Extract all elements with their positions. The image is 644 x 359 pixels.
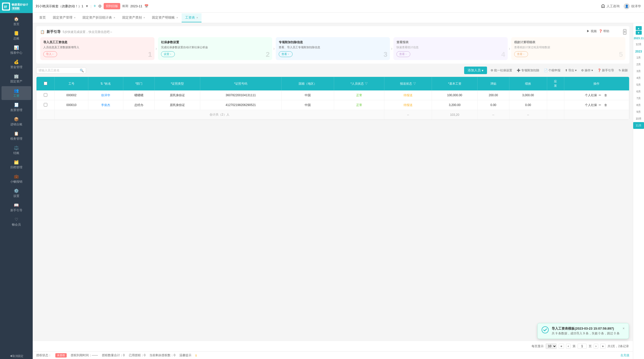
operation-btn[interactable]: ⚙ 操作 ▾ (580, 67, 594, 74)
month-3[interactable]: 3月 (633, 68, 644, 75)
first-page-btn[interactable]: « (559, 344, 564, 349)
beginner-guide-btn[interactable]: ❓ 新手引导 (596, 67, 616, 74)
status-filter-icon[interactable]: ▽ (365, 82, 368, 85)
ai-consult[interactable]: 🎧 人工咨询 (601, 4, 620, 9)
sidebar-item-home[interactable]: 🏠 首页 (2, 15, 31, 28)
month-1[interactable]: 1月 (633, 54, 644, 61)
tab-close-depreciation[interactable]: × (113, 16, 115, 19)
account-dropdown-icon[interactable]: ▼ (85, 4, 89, 8)
tab-fixed-category[interactable]: 固定资产类别 × (119, 13, 148, 22)
next-page-btn[interactable]: › (594, 344, 598, 349)
month-10[interactable]: 10月 (633, 115, 644, 122)
th-allowance: 津贴 (477, 77, 509, 90)
select-all-checkbox[interactable] (44, 82, 47, 85)
row1-delete-btn[interactable]: 🗑 (603, 93, 608, 97)
row1-checkbox[interactable] (44, 93, 47, 97)
step-4-btn[interactable]: 查看﹥ (396, 51, 410, 57)
sidebar-item-payroll[interactable]: 👥 工资 (2, 86, 31, 100)
tab-close-fixed-assets[interactable]: × (74, 16, 75, 19)
per-page-select[interactable]: 10 20 50 (546, 343, 557, 349)
sidebar-item-inventory[interactable]: 📦 进销台账 (2, 115, 31, 129)
row2-edit-btn[interactable]: ✏ (598, 103, 602, 107)
row2-delete-btn[interactable]: 🗑 (603, 103, 608, 107)
month-12[interactable]: 12月 (633, 41, 644, 48)
row2-name[interactable]: 李俊杰 (88, 100, 123, 110)
help-link[interactable]: ❓ 帮助 (599, 29, 609, 33)
row2-checkbox[interactable] (44, 103, 47, 107)
month-9[interactable]: 9月 (633, 109, 644, 115)
sidebar-item-xiaochang[interactable]: 💼 小畅报销 (2, 172, 31, 186)
row1-report-badge: 待报送 (404, 93, 413, 97)
used-auth: 已用授权：0 (129, 353, 146, 357)
go-topup-btn[interactable]: 去充值 (620, 353, 629, 357)
search-input[interactable] (38, 69, 79, 72)
add-person-btn[interactable]: 添加人员 ▾ (464, 67, 487, 74)
step-3-btn[interactable]: 查看﹥ (279, 51, 293, 57)
guide-close-btn[interactable]: × (623, 29, 626, 35)
tab-fixed-assets[interactable]: 固定资产管理 × (49, 13, 79, 22)
step-1-btn[interactable]: 导入﹥ (43, 51, 57, 57)
sort-icon[interactable]: ⇅ (100, 82, 103, 85)
tax-report-btn[interactable]: 📄 个税申报 (542, 67, 562, 74)
prev-page-btn[interactable]: ‹ (566, 344, 571, 349)
top-bar: 刘小艳演示账套（勿删勿动！）1 ▼ | + ⚙ 切到旧版 账期 2023-11 … (33, 0, 644, 13)
month-8[interactable]: 8月 (633, 102, 644, 109)
row2-name-link[interactable]: 李俊杰 (101, 103, 110, 107)
social-insurance-btn[interactable]: ⚙ 统一社保设置 (489, 67, 514, 74)
user-profile[interactable]: 👤 徐泽华 (624, 3, 641, 9)
tab-home[interactable]: 首页 (36, 13, 49, 22)
toast-close-btn[interactable]: × (623, 326, 625, 330)
cancel-fixed-btn[interactable]: ◀取消固定 (0, 353, 33, 359)
tab-fixed-detail[interactable]: 固定资产明细账 × (148, 13, 181, 22)
row2-checkbox-cell[interactable] (36, 100, 55, 110)
video-link[interactable]: ▶ 视频 (587, 29, 596, 33)
tab-close-fixed-category[interactable]: × (143, 16, 145, 19)
special-deduction-btn[interactable]: ➕ 专项附加扣除 (515, 67, 541, 74)
page-number-input[interactable] (578, 344, 587, 349)
sidebar-item-fund-management[interactable]: 💰 资金管理 (2, 58, 31, 71)
last-page-btn[interactable]: » (600, 344, 606, 349)
sidebar-item-fixed-assets[interactable]: 🏢 固定资产 (2, 72, 31, 86)
next-year-btn[interactable]: ▼ (636, 31, 642, 35)
prev-year-btn[interactable]: ▲ (636, 26, 642, 30)
switch-version-btn[interactable]: 切到旧版 (104, 3, 120, 9)
row1-checkbox-cell[interactable] (36, 90, 55, 100)
month-4[interactable]: 4月 (633, 75, 644, 81)
row1-edit-btn[interactable]: ✏ (598, 93, 602, 97)
month-6[interactable]: 6月 (633, 88, 644, 95)
sidebar-item-tax[interactable]: 📋 税务管理 (2, 129, 31, 143)
sidebar-item-close[interactable]: ⚖️ 结账 (2, 143, 31, 157)
tab-payroll[interactable]: 工资表 × (182, 13, 202, 22)
sidebar-item-guide[interactable]: 📖 新手引导 (2, 201, 31, 215)
warning-label: 温馨提示 (179, 353, 191, 357)
special-deduction-label: 专项附加扣除 (521, 68, 539, 73)
guide-video-help: ▶ 视频 ❓ 帮助 (587, 29, 609, 33)
sidebar-item-settings[interactable]: ⚙️ 设置 (2, 186, 31, 200)
add-account-btn[interactable]: + (94, 4, 96, 9)
sidebar-item-report-center[interactable]: 📊 报表中心 (2, 43, 31, 57)
row1-name[interactable]: 徐泽华 (88, 90, 123, 100)
export-btn[interactable]: ⬆ 导出 ▾ (564, 67, 578, 74)
month-5[interactable]: 5月 (633, 81, 644, 88)
tab-close-fixed-detail[interactable]: × (176, 16, 178, 19)
period-calendar-icon[interactable]: 📅 (144, 4, 148, 8)
search-icon[interactable]: 🔍 (80, 69, 84, 72)
ai-consult-label: 人工咨询 (607, 4, 620, 9)
month-2[interactable]: 2月 (633, 61, 644, 68)
sidebar-label-member: 畅会员 (12, 223, 21, 227)
step-2-btn[interactable]: 设置﹥ (161, 51, 175, 57)
sidebar-item-archive[interactable]: 🗂️ 归档管理 (2, 158, 31, 172)
month-7[interactable]: 7月 (633, 95, 644, 102)
sidebar-item-expense[interactable]: 🧾 发票管理 (2, 100, 31, 114)
refresh-btn[interactable]: ↻ 刷新 (617, 67, 629, 74)
row1-name-link[interactable]: 徐泽华 (101, 93, 110, 97)
report-filter-icon[interactable]: ▽ (413, 82, 416, 85)
sidebar-item-general-ledger[interactable]: 📒 总账 (2, 29, 31, 43)
settings-gear-icon[interactable]: ⚙ (98, 4, 102, 9)
tab-close-payroll[interactable]: × (196, 16, 198, 19)
sidebar-item-member[interactable]: ♡ 畅会员 (2, 215, 31, 229)
tab-depreciation[interactable]: 固定资产折旧统计表 × (79, 13, 118, 22)
step-5-btn[interactable]: 查看﹥ (514, 51, 528, 57)
th-checkbox[interactable] (36, 77, 55, 90)
month-11[interactable]: 11月 (633, 122, 644, 129)
